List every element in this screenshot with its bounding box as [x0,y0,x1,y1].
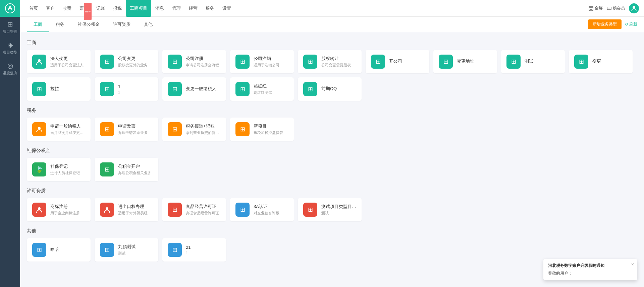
nav-settings[interactable]: 设置 [218,0,235,17]
cards-grid-tax: 申请一般纳税人 当月或次月成变更完成 ⊞ 申请发票 办理申请发票业务 ⊞ [27,118,637,141]
card-pre-qq[interactable]: ⊞ 前期QQ [298,77,362,101]
card-change-address[interactable]: ⊞ 变更地址 [433,50,497,73]
cards-grid-industry: 法人变更 适用于公司变更法人 ⊞ 公司变更 股权变更外的业务变更 ⊞ [27,50,637,101]
sidebar-item-progress[interactable]: ◎ 进度监测 [0,58,20,79]
refresh-icon: ↺ [625,22,628,27]
card-equity-transfer[interactable]: ⊞ 股权转让 公司变更需要股权转让 [298,50,362,73]
card-title: 变更地址 [457,58,492,64]
card-change-taxpayer[interactable]: ⊞ 变更一般纳税人 [162,77,226,101]
card-title: 申请发票 [118,123,153,129]
nav-customer[interactable]: 客户 [42,0,59,17]
nav-message[interactable]: 消息 [151,0,168,17]
nav-tax[interactable]: 报税 [109,0,126,17]
card-desc: 办理公积金相关业务 [118,170,153,175]
tab-tax[interactable]: 税务 [49,17,71,32]
card-icon-3a-cert: ⊞ [235,203,250,217]
nav-industry[interactable]: 工商项目 [126,0,151,17]
card-food-permit[interactable]: ⊞ 食品经营许可证 办理食品经营许可证 [162,198,226,221]
card-icon-legal-change [32,55,46,69]
sidebar-logo [0,0,20,17]
card-info-change2: 变更 [592,58,627,65]
card-desc: 办理申请发票业务 [118,130,153,135]
card-company-change[interactable]: ⊞ 公司变更 股权变更外的业务变更 [95,50,158,73]
svg-rect-4 [592,9,593,10]
nav-service[interactable]: 服务 [202,0,218,17]
project-mgmt-icon: ⊞ [7,20,13,28]
topnav-right: 全屏 畅会员 [589,3,639,13]
card-open-company[interactable]: ⊞ 开公司 [366,50,429,73]
project-type-icon: ◈ [8,41,13,49]
refresh-button[interactable]: ↺ 刷新 [625,21,637,27]
card-test-type[interactable]: ⊞ 测试项目类型目定义 测试 [298,198,362,221]
card-title: 测试 [525,58,559,64]
card-icon-apply-invoice: ⊞ [100,122,114,136]
cards-grid-other: ⊞ 哈哈 ⊞ 刘鹏测试 测试 ⊞ [27,238,637,262]
card-icon-mohong: ⊞ [235,82,250,96]
card-info-3a-cert: 3A认证 对企业信誉评级 [254,204,288,216]
notification-content: 尊敬的用户： [548,271,633,276]
tab-other[interactable]: 其他 [137,17,159,32]
card-info-test-type: 测试项目类型目定义 测试 [321,204,356,216]
card-info-open-company: 开公司 [389,58,424,65]
card-info-new-project: 新项目 报税加税控盘保管 [254,123,288,135]
scroll-content: 工商 法人变更 适用于公司变更法人 ⊞ 公司 [20,32,644,287]
card-legal-change[interactable]: 法人变更 适用于公司变更法人 [27,50,91,73]
card-info-tax-report: 税务报道+记账 拿到营业执照的新公司 [186,123,221,135]
card-mohong[interactable]: ⊞ 葛红红 葛红红测试 [230,77,294,101]
card-title: 变更 [592,58,627,64]
card-info-lala: 拉拉 [50,86,85,93]
card-info-change-address: 变更地址 [457,58,492,65]
card-new-project[interactable]: ⊞ 新项目 报税加税控盘保管 [230,118,294,141]
card-icon-test-type: ⊞ [303,203,317,217]
tab-permit[interactable]: 许可资质 [106,17,137,32]
new-badge: new [84,3,92,20]
card-title: 拉拉 [50,86,85,92]
card-lala[interactable]: ⊞ 拉拉 [27,77,91,101]
nav-operation[interactable]: 经营 [185,0,202,17]
card-num1[interactable]: ⊞ 1 1 [95,77,158,101]
user-avatar[interactable] [629,3,639,13]
card-tax-report[interactable]: ⊞ 税务报道+记账 拿到营业执照的新公司 [162,118,226,141]
section-title-other: 其他 [27,228,637,234]
nav-billing[interactable]: 收费 [59,0,75,17]
card-haha[interactable]: ⊞ 哈哈 [27,238,91,262]
card-icon-equity-transfer: ⊞ [303,55,317,69]
nav-management[interactable]: 管理 [168,0,185,17]
add-type-button[interactable]: 新增业务类型 [588,19,622,29]
card-title: 开公司 [389,58,424,64]
card-info-provident-open: 公积金开户 办理公积金相关业务 [118,163,153,175]
card-desc: 申请公司注册全流程 [186,63,221,68]
card-desc: 适用于公司变更法人 [50,63,85,68]
card-desc: 1 [118,90,153,94]
card-apply-taxpayer[interactable]: 申请一般纳税人 当月或次月成变更完成 [27,118,91,141]
card-company-cancel[interactable]: ⊞ 公司注销 适用于注销公司 [230,50,294,73]
card-liupeng-test[interactable]: ⊞ 刘鹏测试 测试 [95,238,158,262]
nav-tickets[interactable]: 票据 new [75,0,92,17]
nav-accounting[interactable]: 记账 [92,0,109,17]
vip-btn[interactable]: 畅会员 [607,5,625,11]
card-desc: 对企业信誉评级 [254,211,288,216]
fullscreen-btn[interactable]: 全屏 [589,5,603,11]
card-provident-open[interactable]: ⊞ 公积金开户 办理公积金相关业务 [95,158,158,181]
sub-area: 工商 税务 社保公积金 许可资质 其他 新增业务类型 ↺ 刷新 工商 [20,17,644,287]
card-desc: 1 [186,251,221,255]
card-test[interactable]: ⊞ 测试 [501,50,565,73]
card-icon-pre-qq: ⊞ [303,82,317,96]
card-info-social-reg: 社保登记 进行人员社保登记 [50,163,85,175]
card-change2[interactable]: ⊞ 变更 [569,50,633,73]
notification-close-btn[interactable]: × [631,262,634,267]
sidebar-item-project-mgmt[interactable]: ⊞ 项目管理 [0,17,20,38]
card-3a-cert[interactable]: ⊞ 3A认证 对企业信誉评级 [230,198,294,221]
card-icon-liupeng-test: ⊞ [100,243,114,257]
card-social-reg[interactable]: 🍃 社保登记 进行人员社保登记 [27,158,91,181]
sidebar-item-project-type[interactable]: ◈ 项目类型 [0,38,20,58]
card-title: 公司注册 [186,56,221,62]
card-company-reg[interactable]: ⊞ 公司注册 申请公司注册全流程 [162,50,226,73]
card-import-export[interactable]: 进出口权办理 适用于对外贸易经营者 [95,198,158,221]
card-trademark[interactable]: 商标注册 用于企业商标注册服务 [27,198,91,221]
nav-home[interactable]: 首页 [25,0,42,17]
card-icon-social-reg: 🍃 [32,162,46,176]
card-apply-invoice[interactable]: ⊞ 申请发票 办理申请发票业务 [95,118,158,141]
card-num21[interactable]: ⊞ 21 1 [162,238,226,262]
tab-industry[interactable]: 工商 [27,17,49,32]
